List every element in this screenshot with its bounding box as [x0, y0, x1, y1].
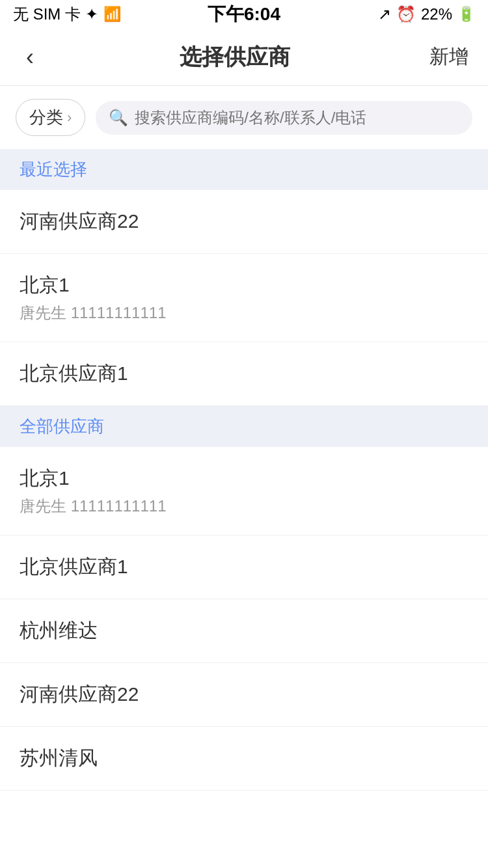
- recent-items-list: 河南供应商22北京1唐先生 11111111111北京供应商1: [0, 190, 488, 406]
- status-left: 无 SIM 卡 ✦ 📶: [13, 4, 121, 25]
- sim-label: 无 SIM 卡 ✦: [13, 4, 98, 25]
- search-icon: 🔍: [109, 109, 128, 127]
- item-name: 北京供应商1: [20, 360, 468, 387]
- category-label: 分类: [29, 106, 63, 129]
- all-section-header: 全部供应商: [0, 406, 488, 447]
- item-name: 河南供应商22: [20, 681, 468, 708]
- list-item[interactable]: 河南供应商22: [0, 663, 488, 727]
- recent-section-header: 最近选择: [0, 149, 488, 190]
- search-input-wrap: 🔍: [96, 101, 472, 135]
- chevron-right-icon: ›: [67, 109, 72, 126]
- item-name: 苏州清风: [20, 745, 468, 772]
- item-sub: 唐先生 11111111111: [20, 303, 468, 323]
- page-title: 选择供应商: [180, 42, 290, 72]
- item-name: 北京1: [20, 465, 468, 492]
- recent-section-label: 最近选择: [20, 159, 87, 179]
- list-item[interactable]: 北京1唐先生 11111111111: [0, 254, 488, 342]
- list-item[interactable]: 苏州清风: [0, 727, 488, 791]
- location-icon: ↗: [378, 5, 391, 23]
- item-name: 杭州维达: [20, 617, 468, 644]
- status-time: 下午6:04: [208, 2, 280, 27]
- list-item[interactable]: 河南供应商22: [0, 190, 488, 254]
- search-bar-area: 分类 › 🔍: [0, 86, 488, 149]
- battery-level: 22%: [421, 5, 452, 23]
- battery-icon: 🔋: [457, 6, 475, 23]
- back-button[interactable]: ‹: [20, 37, 40, 77]
- item-name: 北京供应商1: [20, 554, 468, 580]
- list-item[interactable]: 杭州维达: [0, 599, 488, 663]
- list-item[interactable]: 北京供应商1: [0, 536, 488, 599]
- nav-bar: ‹ 选择供应商 新增: [0, 29, 488, 86]
- all-section-label: 全部供应商: [20, 416, 104, 436]
- item-name: 北京1: [20, 272, 468, 299]
- search-input[interactable]: [135, 109, 459, 127]
- status-right: ↗ ⏰ 22% 🔋: [378, 5, 475, 23]
- alarm-icon: ⏰: [396, 5, 416, 23]
- category-filter-button[interactable]: 分类 ›: [16, 99, 85, 136]
- add-button[interactable]: 新增: [429, 44, 468, 70]
- wifi-icon: 📶: [103, 6, 121, 23]
- item-sub: 唐先生 11111111111: [20, 496, 468, 517]
- list-item[interactable]: 北京供应商1: [0, 342, 488, 406]
- item-name: 河南供应商22: [20, 208, 468, 235]
- status-bar: 无 SIM 卡 ✦ 📶 下午6:04 ↗ ⏰ 22% 🔋: [0, 0, 488, 29]
- all-items-list: 北京1唐先生 11111111111北京供应商1杭州维达河南供应商22苏州清风: [0, 447, 488, 791]
- list-item[interactable]: 北京1唐先生 11111111111: [0, 447, 488, 536]
